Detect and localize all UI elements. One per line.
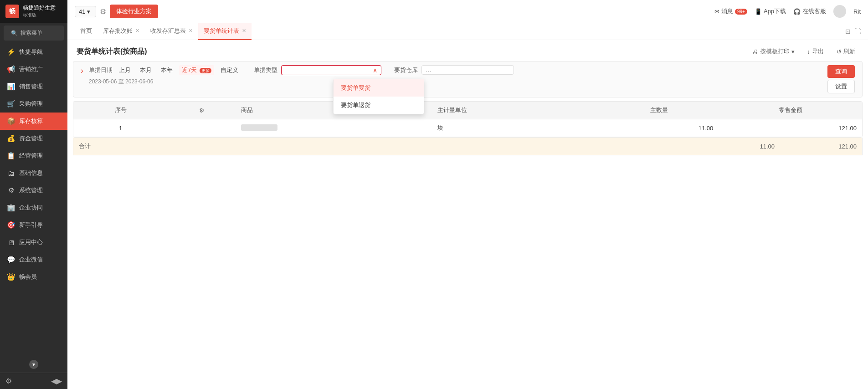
col-qty: 主数量 <box>600 102 719 119</box>
sidebar-item-finance[interactable]: 💰 资金管理 <box>0 130 67 147</box>
tab-close-summary[interactable]: ✕ <box>189 28 193 34</box>
type-label: 单据类型 <box>254 66 277 74</box>
main-content: 41 ▾ ⚙ 体验行业方案 ✉ 消息 99+ 📱 App下载 🎧 在线客服 Ri… <box>67 0 868 389</box>
filter-type-group: 单据类型 ∧ <box>254 65 381 75</box>
warehouse-input[interactable] <box>433 67 510 73</box>
dropdown-item-order-return[interactable]: 要货单退货 <box>334 97 424 114</box>
logo-icon: 畅 <box>5 5 19 18</box>
type-input-wrap[interactable]: ∧ <box>281 65 381 75</box>
type-dropdown: 要货单要货 要货单退货 <box>333 79 424 114</box>
username-text: Rit <box>853 8 861 15</box>
collapse-toggle-icon[interactable]: ◀▶ <box>51 377 62 385</box>
guide-icon: 🎯 <box>6 220 15 230</box>
sidebar-item-wechat[interactable]: 💬 企业微信 <box>0 251 67 268</box>
sidebar-item-marketing[interactable]: 📢 营销推广 <box>0 61 67 78</box>
table-gear-icon[interactable]: ⚙ <box>199 107 205 114</box>
date-custom-btn[interactable]: 自定义 <box>218 65 241 75</box>
topbar-left: 41 ▾ ⚙ 体验行业方案 <box>75 5 158 18</box>
sidebar-item-purchase[interactable]: 🛒 采购管理 <box>0 95 67 113</box>
filter-settings-btn[interactable]: 设置 <box>827 80 855 93</box>
col-amount: 零售金额 <box>719 102 862 119</box>
sidebar: 畅 畅捷通好生意 标准版 🔍 搜索菜单 ⚡ 快捷导航 📢 营销推广 📊 销售管理… <box>0 0 67 389</box>
purchase-icon: 🛒 <box>6 99 15 108</box>
filter-date-group: 单据日期 上月 本月 本年 近7天 更多 自定义 2023-05-06 至 20… <box>89 65 241 86</box>
phone-icon: 📱 <box>755 8 762 15</box>
sidebar-scroll-down[interactable]: ▼ <box>29 360 38 369</box>
export-icon: ↓ <box>807 48 811 55</box>
data-table-wrap: 序号 ⚙ 商品 主计量单位 主数量 零售金额 1 块 11.00 <box>73 101 863 138</box>
sidebar-logo: 畅 畅捷通好生意 标准版 <box>0 0 67 23</box>
operation-icon: 📋 <box>6 151 15 160</box>
warehouse-input-wrap[interactable]: … <box>421 65 514 75</box>
sidebar-item-enterprise[interactable]: 🏢 企业协同 <box>0 199 67 216</box>
enterprise-icon: 🏢 <box>6 203 15 212</box>
settings-icon[interactable]: ⚙ <box>5 377 12 385</box>
sidebar-item-guide[interactable]: 🎯 新手引导 <box>0 216 67 234</box>
sidebar-item-system[interactable]: ⚙ 系统管理 <box>0 182 67 199</box>
shortcut-icon: ⚡ <box>6 47 15 56</box>
sidebar-item-inventory[interactable]: 📦 库存核算 <box>0 113 67 130</box>
topbar: 41 ▾ ⚙ 体验行业方案 ✉ 消息 99+ 📱 App下载 🎧 在线客服 Ri… <box>67 0 868 23</box>
cell-qty: 11.00 <box>600 119 719 137</box>
sidebar-bottom: ⚙ ◀▶ <box>0 373 67 389</box>
table-row: 1 块 11.00 121.00 <box>73 119 862 137</box>
dropdown-item-order-goods[interactable]: 要货单要货 <box>334 79 424 97</box>
export-btn[interactable]: ↓ 导出 <box>804 46 828 57</box>
clear-type-icon[interactable]: ∧ <box>373 67 377 74</box>
tab-batch[interactable]: 库存批次账 ✕ <box>98 23 145 40</box>
appstore-icon: 🖥 <box>6 238 15 247</box>
filter-toggle-btn[interactable]: › <box>81 66 83 76</box>
filter-actions: 查询 设置 <box>827 65 855 93</box>
tab-expand-btn[interactable]: ⊡ <box>845 28 851 35</box>
tab-summary[interactable]: 收发存汇总表 ✕ <box>145 23 198 40</box>
col-settings[interactable]: ⚙ <box>168 102 236 119</box>
cell-goods <box>236 119 432 137</box>
print-btn[interactable]: 🖨 按模板打印 ▾ <box>749 46 798 57</box>
sidebar-search-btn[interactable]: 🔍 搜索菜单 <box>4 26 64 41</box>
hot-badge: 更多 <box>200 68 211 73</box>
data-table: 序号 ⚙ 商品 主计量单位 主数量 零售金额 1 块 11.00 <box>73 102 862 137</box>
sidebar-item-shortcut[interactable]: ⚡ 快捷导航 <box>0 43 67 61</box>
sidebar-nav: ⚡ 快捷导航 📢 营销推广 📊 销售管理 🛒 采购管理 📦 库存核算 💰 资金管… <box>0 43 67 358</box>
app-download-btn[interactable]: 📱 App下载 <box>755 7 786 15</box>
message-icon: ✉ <box>714 8 719 15</box>
date-range-text: 2023-05-06 至 2023-06-06 <box>89 78 153 86</box>
tab-home[interactable]: 首页 <box>75 23 98 40</box>
date-7days-btn[interactable]: 近7天 更多 <box>179 65 214 75</box>
date-this-year-btn[interactable]: 本年 <box>158 65 175 75</box>
tab-close-batch[interactable]: ✕ <box>135 28 139 34</box>
wechat-icon: 💬 <box>6 255 15 264</box>
date-this-month-btn[interactable]: 本月 <box>137 65 154 75</box>
company-selector[interactable]: 41 ▾ <box>75 6 96 17</box>
message-btn[interactable]: ✉ 消息 99+ <box>714 7 747 15</box>
date-last-month-btn[interactable]: 上月 <box>116 65 134 75</box>
query-btn[interactable]: 查询 <box>827 65 855 78</box>
trial-btn[interactable]: 体验行业方案 <box>110 5 158 18</box>
sidebar-item-sales[interactable]: 📊 销售管理 <box>0 78 67 95</box>
gear-icon[interactable]: ⚙ <box>100 7 106 16</box>
filter-date-range-row: 2023-05-06 至 2023-06-06 <box>89 78 241 86</box>
inventory-icon: 📦 <box>6 117 15 126</box>
sidebar-item-basic[interactable]: 🗂 基础信息 <box>0 164 67 182</box>
type-input[interactable] <box>285 67 373 74</box>
sidebar-item-member[interactable]: 👑 畅会员 <box>0 268 67 286</box>
filter-warehouse-group: 要货仓库 … <box>394 65 514 75</box>
filter-bar: › 单据日期 上月 本月 本年 近7天 更多 自定义 2023-05-06 至 … <box>73 61 863 97</box>
system-icon: ⚙ <box>6 186 15 195</box>
refresh-btn[interactable]: ↺ 刷新 <box>833 46 859 57</box>
page-content: 要货单统计表(按商品) 🖨 按模板打印 ▾ ↓ 导出 ↺ 刷新 › <box>67 40 868 389</box>
tab-fullscreen-btn[interactable]: ⛶ <box>854 28 861 35</box>
user-avatar[interactable] <box>833 5 846 18</box>
tab-close-order-stat[interactable]: ✕ <box>242 28 246 34</box>
cell-index: 1 <box>73 119 168 137</box>
sidebar-item-appstore[interactable]: 🖥 应用中心 <box>0 234 67 251</box>
sales-icon: 📊 <box>6 82 15 91</box>
tab-order-stat[interactable]: 要货单统计表 ✕ <box>198 23 252 40</box>
service-btn[interactable]: 🎧 在线客服 <box>793 7 826 15</box>
ellipsis-icon: … <box>426 67 431 73</box>
footer-amount: 121.00 <box>784 143 857 150</box>
footer-qty: 11.00 <box>711 143 784 150</box>
goods-blurred <box>241 124 277 131</box>
refresh-icon: ↺ <box>837 48 842 55</box>
sidebar-item-operation[interactable]: 📋 经营管理 <box>0 147 67 164</box>
